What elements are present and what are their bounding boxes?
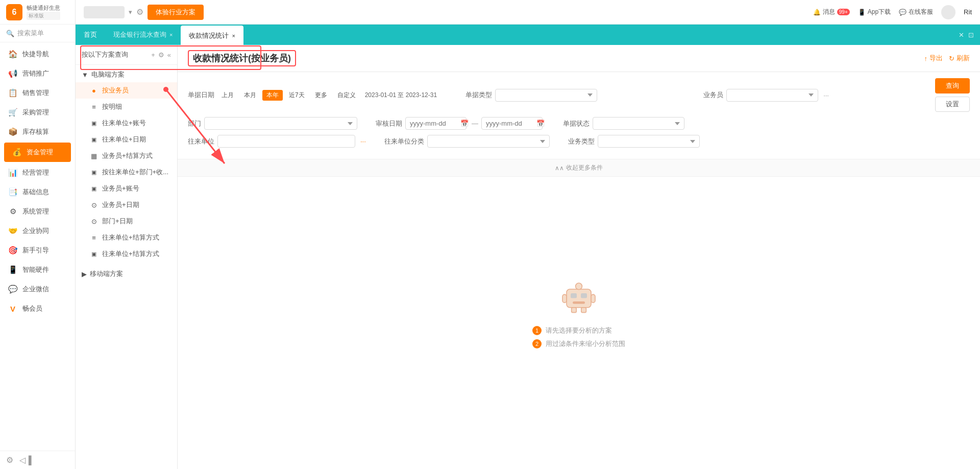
scheme-item-label: 业务员+账号	[102, 184, 139, 193]
sidebar-item-operation[interactable]: 📊 经营管理	[0, 163, 75, 182]
scheme-item-dept-date[interactable]: ⊙ 部门+日期	[76, 213, 177, 229]
scheme-item-unit-date[interactable]: ▣ 往来单位+日期	[76, 131, 177, 148]
tab-bank-flow[interactable]: 现金银行流水查询 ×	[105, 25, 181, 45]
settings-button[interactable]: 设置	[935, 97, 970, 112]
counterparty-classify-select[interactable]	[427, 135, 550, 148]
date-tab-this-month[interactable]: 本月	[240, 90, 260, 101]
scheme-group-desktop: ▼ 电脑端方案 ● 按业务员 ≡ 按明细 ▣ 往来单位+账号 ▣ 往来单位+	[76, 65, 177, 264]
scheme-item-unit-account[interactable]: ▣ 往来单位+账号	[76, 115, 177, 131]
scheme-item-by-detail[interactable]: ≡ 按明细	[76, 99, 177, 115]
scheme-item-label: 业务员+日期	[102, 200, 139, 209]
close-window-icon[interactable]: ✕	[959, 31, 964, 39]
export-label: 导出	[929, 54, 943, 63]
scheme-item-salesman-settlement[interactable]: ▦ 业务员+结算方式	[76, 148, 177, 164]
search-menu-item[interactable]: 🔍 搜索菜单	[0, 25, 75, 42]
app-download-btn[interactable]: 📱 App下载	[858, 8, 891, 16]
tab-home[interactable]: 首页	[76, 25, 105, 45]
trial-btn[interactable]: 体验行业方案	[148, 5, 204, 20]
unit-dept-icon: ▣	[90, 168, 98, 176]
collapse-footer-icon[interactable]: ◁▐	[19, 455, 31, 465]
date-range-display: 2023-01-01 至 2023-12-31	[365, 91, 437, 100]
sidebar-item-label: 营销推广	[22, 69, 49, 78]
calendar-from-icon[interactable]: 📅	[460, 120, 469, 127]
counterparty-more-icon[interactable]: ···	[360, 137, 366, 145]
sidebar-item-label: 快捷导航	[22, 50, 49, 59]
sidebar-item-basic-info[interactable]: 📑 基础信息	[0, 182, 75, 202]
date-tab-more[interactable]: 更多	[311, 90, 331, 101]
settings-footer-icon[interactable]: ⚙	[6, 455, 13, 465]
tab-receipt-stats[interactable]: 收款情况统计 ×	[181, 26, 243, 46]
sidebar-item-sales[interactable]: 📋 销售管理	[0, 83, 75, 103]
scheme-item-unit-settlement2[interactable]: ▣ 往来单位+结算方式	[76, 246, 177, 262]
step-2-text: 用过滤条件来缩小分析范围	[546, 337, 625, 350]
sidebar-item-inventory[interactable]: 📦 库存核算	[0, 122, 75, 142]
app-name: 畅捷通好生意	[27, 4, 60, 11]
scheme-item-unit-dept[interactable]: ▣ 按往来单位+部门+收...	[76, 164, 177, 180]
sidebar-item-smart-hw[interactable]: 📱 智能硬件	[0, 260, 75, 279]
scheme-item-label: 往来单位+日期	[102, 135, 146, 144]
topbar-gear-icon[interactable]: ⚙	[136, 7, 143, 17]
collapse-bar[interactable]: ∧∧ 收起更多条件	[178, 159, 980, 177]
svg-rect-3	[573, 301, 585, 304]
date-tab-this-year[interactable]: 本年	[262, 90, 283, 101]
inventory-icon: 📦	[8, 127, 17, 136]
refresh-button[interactable]: ↻ 刷新	[949, 54, 970, 63]
step-2-num: 2	[532, 339, 542, 348]
query-button[interactable]: 查询	[935, 78, 970, 93]
svg-rect-6	[562, 294, 567, 302]
sidebar-item-enterprise[interactable]: 🤝 企业协同	[0, 221, 75, 241]
message-btn[interactable]: 🔔 消息 99+	[813, 8, 850, 16]
add-scheme-icon[interactable]: +	[151, 51, 155, 59]
biz-type-select-wrapper	[598, 135, 700, 148]
counterparty-input[interactable]	[217, 135, 355, 148]
sidebar-item-purchase[interactable]: 🛒 采购管理	[0, 103, 75, 122]
review-date-from-input[interactable]	[405, 117, 467, 130]
scheme-group-mobile-title[interactable]: ▶ 移动端方案	[76, 266, 177, 282]
scheme-settings-icon[interactable]: ⚙	[158, 51, 164, 59]
review-date-to-input[interactable]	[481, 117, 543, 130]
scheme-item-salesman-date[interactable]: ⊙ 业务员+日期	[76, 197, 177, 213]
member-icon: V	[8, 304, 17, 313]
export-button[interactable]: ↑ 导出	[924, 54, 943, 63]
marketing-icon: 📢	[8, 69, 17, 78]
salesman-more-icon[interactable]: ···	[823, 91, 829, 99]
empty-robot-icon	[558, 275, 599, 316]
bank-flow-tab-label: 现金银行流水查询	[113, 30, 166, 39]
collapse-panel-icon[interactable]: «	[167, 51, 171, 59]
salesman-date-icon: ⊙	[90, 201, 98, 209]
doc-status-select-wrapper	[593, 117, 684, 130]
receipt-stats-tab-close[interactable]: ×	[232, 33, 235, 39]
biz-type-select[interactable]	[598, 135, 700, 148]
sidebar-item-quick-nav[interactable]: 🏠 快捷导航	[0, 44, 75, 64]
scheme-item-label: 往来单位+账号	[102, 119, 146, 128]
sidebar-item-system[interactable]: ⚙ 系统管理	[0, 202, 75, 221]
calendar-to-icon[interactable]: 📅	[536, 120, 545, 127]
user-avatar[interactable]	[941, 5, 955, 19]
svg-rect-7	[591, 294, 595, 302]
scheme-group-desktop-title[interactable]: ▼ 电脑端方案	[76, 67, 177, 82]
collapse-icon: ∧∧	[555, 165, 564, 172]
maximize-window-icon[interactable]: ⊡	[968, 31, 974, 39]
sidebar-item-wechat[interactable]: 💬 企业微信	[0, 279, 75, 299]
date-tab-custom[interactable]: 自定义	[333, 90, 360, 101]
scheme-item-by-salesman[interactable]: ● 按业务员	[76, 82, 177, 99]
doc-status-select[interactable]	[593, 117, 684, 130]
doc-type-select[interactable]	[495, 89, 597, 102]
message-badge: 99+	[837, 9, 850, 15]
date-tab-7days[interactable]: 近7天	[285, 90, 309, 101]
sales-icon: 📋	[8, 88, 17, 98]
scheme-item-salesman-account[interactable]: ▣ 业务员+账号	[76, 180, 177, 197]
filter-row-3: 往来单位 ··· 往来单位分类 业务类型	[188, 135, 970, 148]
bank-flow-tab-close[interactable]: ×	[169, 32, 173, 38]
dept-select[interactable]	[204, 117, 357, 130]
topbar: ▾ ⚙ 体验行业方案 🔔 消息 99+ 📱 App下载 💬 在线客服 Rit	[76, 0, 980, 25]
sidebar-item-marketing[interactable]: 📢 营销推广	[0, 64, 75, 83]
date-tab-prev-month[interactable]: 上月	[217, 90, 238, 101]
salesman-select[interactable]	[726, 89, 818, 102]
scheme-item-unit-settlement1[interactable]: ≡ 往来单位+结算方式	[76, 229, 177, 246]
online-service-btn[interactable]: 💬 在线客服	[899, 8, 933, 16]
sidebar-item-member[interactable]: V 畅会员	[0, 299, 75, 318]
sidebar-item-finance[interactable]: 💰 资金管理	[4, 143, 71, 162]
sidebar-footer: ⚙ ◁▐	[0, 451, 75, 469]
sidebar-item-guide[interactable]: 🎯 新手引导	[0, 241, 75, 260]
